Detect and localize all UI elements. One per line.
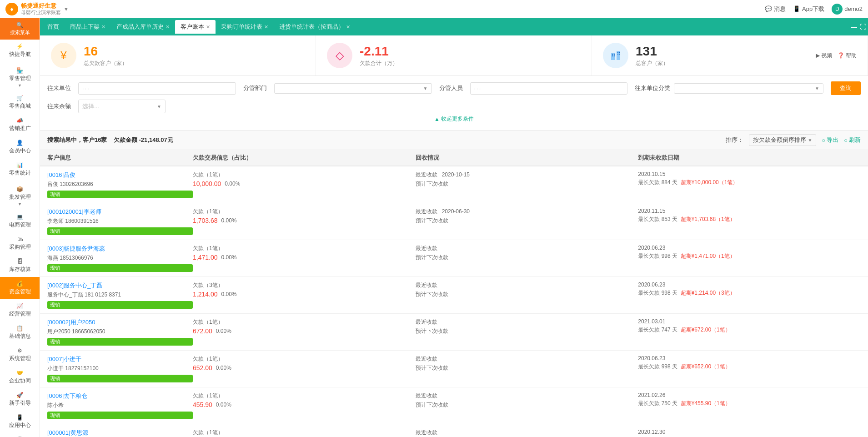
overdue-date-5: 2020.06.23 <box>638 355 861 362</box>
sidebar-item-label: 新手引导 <box>9 399 31 407</box>
debt-row-5: 652.00 0.00% <box>193 364 416 372</box>
tab-purchase-order-stats[interactable]: 采购订单统计表 ✕ <box>216 20 274 34</box>
video-button[interactable]: ▶ 视频 <box>816 52 832 60</box>
source-unit-input[interactable]: ··· <box>78 82 236 95</box>
sidebar-item-basic-info[interactable]: 📋 基础信息 <box>0 321 40 344</box>
debt-amount-2: 1,471.00 <box>193 254 218 261</box>
filter-unit-category: 往来单位分类 ▼ <box>635 83 823 94</box>
customer-name-0[interactable]: [0016]吕俊 <box>47 171 193 179</box>
overdue-amount-3[interactable]: 超期¥1,214.00（3笔） <box>681 290 735 296</box>
overdue-amount-6[interactable]: 超期¥455.90（1笔） <box>681 400 731 407</box>
sidebar-item-ops[interactable]: 📈 经营管理 <box>0 299 40 321</box>
sidebar-item-ecom[interactable]: 💻 电商管理 <box>0 210 40 232</box>
help-button[interactable]: ❓ 帮助 <box>838 52 857 60</box>
new-guide-icon: 🚀 <box>16 392 23 398</box>
collapse-button[interactable]: ▲ 收起更多条件 <box>434 115 474 123</box>
stat-info-total: 131 总客户（家） <box>636 44 668 67</box>
sort-select[interactable]: 按欠款金额倒序排序 ▼ <box>749 134 817 146</box>
customer-info-7: [000001]黄思源 黄思源 13552700226 现销 <box>47 429 193 437</box>
message-button[interactable]: 💬 消息 <box>765 5 786 13</box>
user-profile-button[interactable]: D demo2 <box>832 4 863 15</box>
video-icon: ▶ <box>816 52 820 59</box>
results-bar: 搜索结果中，客户16家 欠款金额 -21,148.07元 排序： 按欠款金额倒序… <box>40 131 868 150</box>
search-button[interactable]: 查询 <box>831 81 861 95</box>
ops-icon: 📈 <box>16 303 23 309</box>
sidebar-item-retail-mall[interactable]: 🛒 零售商城 <box>0 91 40 114</box>
balance-select[interactable]: 选择... ▼ <box>78 100 166 113</box>
customer-name-4[interactable]: [000002]用户2050 <box>47 318 193 326</box>
stats-bar: ¥ 16 总欠款客户（家） ◇ -2.11 欠款合计（万） <box>40 35 868 76</box>
retail-stats-icon: 📊 <box>16 162 23 168</box>
top-bar: ♦ 畅捷通好生意 母婴行业演示账套 ▼ 💬 消息 📱 App下载 D demo2 <box>0 0 868 18</box>
dept-input[interactable]: ▼ <box>274 83 432 94</box>
right-panel: 首页 商品上下架 ✕ 产成品入库单历史 ✕ 客户账本 ✕ 采购订单统计表 ✕ <box>40 18 868 437</box>
top-bar-right: 💬 消息 📱 App下载 D demo2 <box>765 4 863 15</box>
app-container: ♦ 畅捷通好生意 母婴行业演示账套 ▼ 💬 消息 📱 App下载 D demo2 <box>0 0 868 437</box>
sidebar-item-system[interactable]: ⚙ 系统管理 <box>0 344 40 366</box>
sidebar-item-quick-nav[interactable]: ⚡ 快捷导航 <box>0 40 40 62</box>
sidebar-item-marketing[interactable]: 📣 营销推广 <box>0 114 40 136</box>
overdue-amount-5[interactable]: 超期¥652.00（1笔） <box>681 363 731 370</box>
tab-label: 商品上下架 <box>70 23 100 31</box>
avatar: D <box>832 4 843 15</box>
finance-icon: 💰 <box>16 281 23 287</box>
customer-name-7[interactable]: [000001]黄思源 <box>47 429 193 437</box>
sidebar-item-retail-manage[interactable]: 🏪 零售管理 ▼ <box>0 64 40 91</box>
sidebar-item-app-center[interactable]: 📱 应用中心 <box>0 411 40 433</box>
tabs-minimize-icon[interactable]: — <box>851 23 857 30</box>
sidebar-item-member-center[interactable]: 👤 会员中心 <box>0 136 40 158</box>
customer-info-1: [0001020001]李老师 李老师 18600391516 现销 <box>47 208 193 235</box>
person-input[interactable]: ··· <box>470 82 628 95</box>
debt-info-6: 欠款（1笔） 455.90 0.00% <box>193 392 416 408</box>
tab-product-offshelf[interactable]: 商品上下架 ✕ <box>65 20 111 34</box>
overdue-amount-4[interactable]: 超期¥672.00（1笔） <box>681 326 731 333</box>
help-icon: ❓ <box>838 52 844 59</box>
overdue-amount-0[interactable]: 超期¥10,000.00（1笔） <box>681 179 738 186</box>
export-button[interactable]: ○ 导出 <box>822 136 838 144</box>
tab-close-icon[interactable]: ✕ <box>166 24 170 30</box>
sidebar-item-purchase[interactable]: 🛍 采购管理 <box>0 232 40 255</box>
sidebar-item-finance[interactable]: 💰 资金管理 <box>0 277 40 299</box>
stat-actions: ▶ 视频 ❓ 帮助 <box>816 52 857 60</box>
sidebar-item-corp-collab[interactable]: 🤝 企业协同 <box>0 366 40 388</box>
sidebar-item-label: 库存核算 <box>9 266 31 273</box>
tab-close-icon[interactable]: ✕ <box>206 24 210 30</box>
customer-name-6[interactable]: [0006]去下粮仓 <box>47 392 193 400</box>
tab-close-icon[interactable]: ✕ <box>101 24 105 30</box>
filter-person: 分管人员 ··· <box>439 82 628 95</box>
debt-amount-3: 1,214.00 <box>193 291 218 298</box>
overdue-amount-1[interactable]: 超期¥1,703.68（1笔） <box>681 216 735 222</box>
sidebar-item-inventory[interactable]: 🗄 库存核算 <box>0 255 40 277</box>
last-payment-label-4: 最近收款 <box>416 318 638 326</box>
tab-customer-account[interactable]: 客户账本 ✕ <box>175 20 216 34</box>
tab-product-instock[interactable]: 产成品入库单历史 ✕ <box>111 20 175 34</box>
filter-label-dept: 分管部门 <box>243 84 271 92</box>
sidebar-item-corp-wechat[interactable]: 💬 企业微信 <box>0 433 40 437</box>
sidebar-item-new-guide[interactable]: 🚀 新手引导 <box>0 388 40 411</box>
customer-name-5[interactable]: [0007]小迸干 <box>47 355 193 363</box>
content-area: ¥ 16 总欠款客户（家） ◇ -2.11 欠款合计（万） <box>40 35 868 437</box>
overdue-amount-2[interactable]: 超期¥1,471.00（1笔） <box>681 253 735 259</box>
tabs-maximize-icon[interactable]: ⛶ <box>860 23 866 30</box>
customer-name-2[interactable]: [0003]畅捷服务尹海蕊 <box>47 245 193 253</box>
app-download-button[interactable]: 📱 App下载 <box>793 5 824 13</box>
sidebar-item-retail-stats[interactable]: 📊 零售统计 <box>0 158 40 181</box>
tab-instock-stats[interactable]: 进货单统计表（按商品） ✕ <box>274 20 356 34</box>
customer-name-1[interactable]: [0001020001]李老师 <box>47 208 193 216</box>
tab-close-icon[interactable]: ✕ <box>346 24 350 30</box>
customer-name-3[interactable]: [0002]服务中心_丁磊 <box>47 281 193 290</box>
tab-close-icon[interactable]: ✕ <box>264 24 268 30</box>
refresh-button[interactable]: ○ 刷新 <box>844 136 861 144</box>
debt-row-6: 455.90 0.00% <box>193 401 416 408</box>
results-actions: 排序： 按欠款金额倒序排序 ▼ ○ 导出 ○ 刷新 <box>726 134 861 146</box>
chevron-down-icon[interactable]: ▼ <box>64 6 69 12</box>
debt-row-3: 1,214.00 0.00% <box>193 291 416 298</box>
sidebar-item-batch-manage[interactable]: 📦 批发管理 ▼ <box>0 182 40 210</box>
tab-home[interactable]: 首页 <box>42 20 65 34</box>
unit-category-input[interactable]: ▼ <box>674 83 823 94</box>
debt-info-3: 欠款（3笔） 1,214.00 0.00% <box>193 281 416 298</box>
collection-info-6: 最近收款 预计下次收款 <box>416 392 638 409</box>
search-menu-button[interactable]: 🔍 搜索菜单 <box>0 18 40 40</box>
stat-icon-building <box>603 43 628 68</box>
debt-count-7: 欠款（1笔） <box>193 429 416 437</box>
